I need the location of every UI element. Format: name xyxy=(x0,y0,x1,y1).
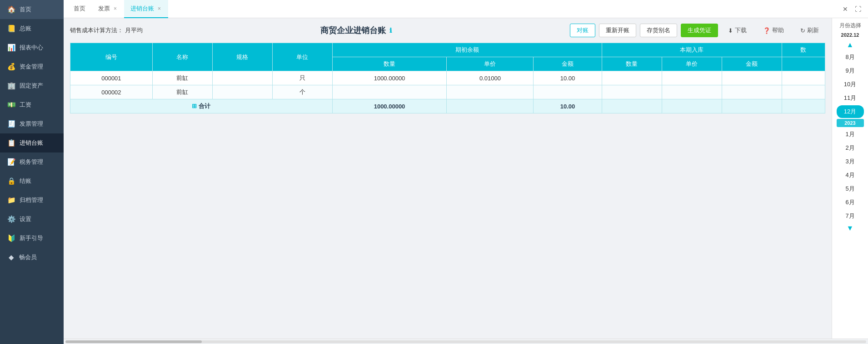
download-button[interactable]: ⬇ 下载 xyxy=(722,24,753,37)
month-item-6[interactable]: 6月 xyxy=(837,196,864,209)
month-item-10[interactable]: 10月 xyxy=(837,78,864,91)
sidebar-item-invoice[interactable]: 🧾 发票管理 xyxy=(0,114,64,133)
month-panel-title: 月份选择 xyxy=(839,22,861,29)
sidebar-item-settings[interactable]: ⚙️ 设置 xyxy=(0,210,64,229)
month-item-7[interactable]: 7月 xyxy=(837,210,864,222)
sidebar-item-tax[interactable]: 📝 税务管理 xyxy=(0,152,64,172)
col-header-extra: 数 xyxy=(782,43,825,57)
reports-icon: 📊 xyxy=(7,44,16,52)
col-header-code: 编号 xyxy=(70,43,153,71)
content-area: 销售成本计算方法： 月平均 商贸企业进销台账 ℹ 对账 重新开账 存货别名 生成… xyxy=(64,18,868,339)
cell-spec-2 xyxy=(212,85,272,99)
month-item-5[interactable]: 5月 xyxy=(837,182,864,195)
cell-ob-qty-1: 1000.00000 xyxy=(332,71,447,85)
month-item-9[interactable]: 9月 xyxy=(837,64,864,77)
month-prev-button[interactable]: ▲ xyxy=(845,39,856,50)
assets-icon: 🏢 xyxy=(7,82,16,90)
col-header-opening-balance: 期初余额 xyxy=(332,43,602,57)
cell-unit-1: 只 xyxy=(272,71,332,85)
sidebar-item-home[interactable]: 🏠 首页 xyxy=(0,0,64,19)
archive-icon: 📁 xyxy=(7,196,16,204)
tab-purchase-sale-label: 进销台账 xyxy=(130,5,154,13)
cell-extra-2 xyxy=(782,85,825,99)
cell-ci-price-1 xyxy=(662,71,722,85)
cell-ob-amount-2 xyxy=(534,85,602,99)
month-item-4[interactable]: 4月 xyxy=(837,169,864,182)
tab-invoice-label: 发票 xyxy=(98,5,110,13)
sidebar-label-finance: 资金管理 xyxy=(20,63,43,71)
download-icon: ⬇ xyxy=(728,27,733,34)
page-title: 商贸企业进销台账 ℹ xyxy=(143,25,570,36)
col-sub-ob-price: 单价 xyxy=(447,57,534,71)
total-ob-qty: 1000.00000 xyxy=(332,99,447,113)
col-sub-ci-price: 单价 xyxy=(662,57,722,71)
window-close-button[interactable]: ✕ xyxy=(841,5,850,14)
reconcile-button[interactable]: 对账 xyxy=(570,24,595,37)
refresh-icon: ↻ xyxy=(800,27,805,34)
cell-ob-amount-1: 10.00 xyxy=(534,71,602,85)
save-alias-button[interactable]: 存货别名 xyxy=(640,24,677,37)
sidebar-item-finance[interactable]: 💰 资金管理 xyxy=(0,57,64,76)
scrollbar-thumb[interactable] xyxy=(65,340,202,343)
closing-icon: 🔒 xyxy=(7,177,16,185)
cell-name-1: 前缸 xyxy=(152,71,212,85)
sidebar-item-guide[interactable]: 🔰 新手引导 xyxy=(0,229,64,248)
main-table: 编号 名称 规格 单位 期初余额 本期入库 数 数量 单价 金额 数量 单价 xyxy=(70,43,825,113)
col-sub-ci-amount: 金额 xyxy=(722,57,782,71)
page-content: 销售成本计算方法： 月平均 商贸企业进销台账 ℹ 对账 重新开账 存货别名 生成… xyxy=(64,18,832,339)
month-next-button[interactable]: ▼ xyxy=(845,223,856,234)
help-icon: ❓ xyxy=(763,27,770,34)
generate-voucher-button[interactable]: 生成凭证 xyxy=(681,24,718,37)
cell-ci-amount-1 xyxy=(722,71,782,85)
tab-purchase-sale[interactable]: 进销台账 × xyxy=(124,0,168,18)
month-item-1[interactable]: 1月 xyxy=(837,128,864,141)
tab-home[interactable]: 首页 xyxy=(67,0,92,18)
reopen-button[interactable]: 重新开账 xyxy=(599,24,636,37)
total-ci-qty xyxy=(602,99,662,113)
col-header-name: 名称 xyxy=(152,43,212,71)
col-sub-ci-qty: 数量 xyxy=(602,57,662,71)
window-maximize-button[interactable]: ⛶ xyxy=(853,5,863,14)
help-button[interactable]: ❓ 帮助 xyxy=(757,24,790,37)
sidebar-label-reports: 报表中心 xyxy=(20,44,43,52)
page-title-text: 商贸企业进销台账 xyxy=(320,25,386,36)
total-label: ⊞合计 xyxy=(70,99,333,113)
info-icon[interactable]: ℹ xyxy=(389,27,392,34)
col-header-unit: 单位 xyxy=(272,43,332,71)
sidebar-item-member[interactable]: ◆ 畅会员 xyxy=(0,248,64,267)
sidebar-item-reports[interactable]: 📊 报表中心 xyxy=(0,38,64,57)
tab-invoice[interactable]: 发票 × xyxy=(92,0,124,18)
month-item-8[interactable]: 8月 xyxy=(837,51,864,64)
sidebar-item-closing[interactable]: 🔒 结账 xyxy=(0,172,64,191)
guide-icon: 🔰 xyxy=(7,234,16,242)
month-item-12[interactable]: 12月 xyxy=(837,105,864,118)
cell-ci-amount-2 xyxy=(722,85,782,99)
main-area: 首页 发票 × 进销台账 × ✕ ⛶ 销售成本计算方法： 月平均 商贸企业进销台… xyxy=(64,0,868,344)
sidebar-label-guide: 新手引导 xyxy=(20,234,43,242)
sidebar-item-assets[interactable]: 🏢 固定资产 xyxy=(0,76,64,95)
cell-code-2: 000002 xyxy=(70,85,153,99)
sidebar-label-tax: 税务管理 xyxy=(20,158,43,166)
cell-unit-2: 个 xyxy=(272,85,332,99)
month-item-3[interactable]: 3月 xyxy=(837,155,864,168)
tab-invoice-close[interactable]: × xyxy=(113,6,118,11)
sidebar-label-archive: 归档管理 xyxy=(20,196,43,204)
bottom-scrollbar[interactable] xyxy=(64,339,868,344)
total-row: ⊞合计 1000.00000 10.00 xyxy=(70,99,825,113)
member-icon: ◆ xyxy=(7,253,15,261)
month-item-2[interactable]: 2月 xyxy=(837,142,864,154)
settings-icon: ⚙️ xyxy=(7,215,16,223)
sidebar-item-purchase-sale[interactable]: 📋 进销台账 xyxy=(0,133,64,152)
tab-purchase-sale-close[interactable]: × xyxy=(157,6,162,11)
ledger-icon: 📒 xyxy=(7,25,16,33)
window-controls: ✕ ⛶ xyxy=(841,5,864,14)
total-extra xyxy=(782,99,825,113)
sidebar-item-archive[interactable]: 📁 归档管理 xyxy=(0,191,64,210)
month-panel: 月份选择 2022.12 ▲ 8月 9月 10月 11月 12月 2023 1月… xyxy=(832,18,868,339)
refresh-button[interactable]: ↻ 刷新 xyxy=(794,24,825,37)
invoice-icon: 🧾 xyxy=(7,120,16,128)
month-item-11[interactable]: 11月 xyxy=(837,92,864,104)
sidebar-item-ledger[interactable]: 📒 总账 xyxy=(0,19,64,38)
sidebar-item-salary[interactable]: 💵 工资 xyxy=(0,95,64,114)
sidebar-label-settings: 设置 xyxy=(20,215,31,223)
